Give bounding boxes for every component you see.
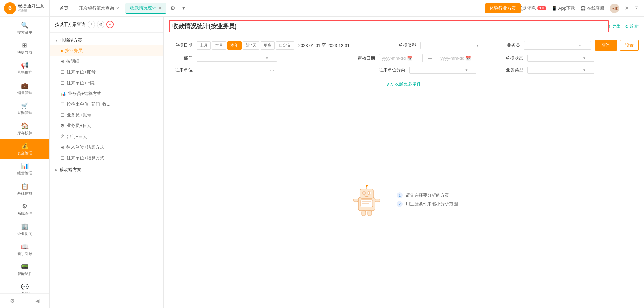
app-download-btn[interactable]: 📱 App下载 bbox=[552, 5, 575, 11]
dept-select[interactable]: ▼ bbox=[197, 55, 277, 62]
scheme-item-unit-account[interactable]: ☐ 往来单位+账号 bbox=[50, 67, 163, 78]
partner-more-btn[interactable]: ··· bbox=[270, 67, 274, 73]
scheme-item-dept-date[interactable]: ⏱ 部门+日期 bbox=[50, 131, 163, 142]
scheme-btn[interactable]: 体验行业方案 bbox=[485, 3, 521, 13]
unit-account-icon: ☐ bbox=[60, 69, 65, 75]
date-btn-thisyear[interactable]: 本年 bbox=[227, 41, 241, 50]
collapse-label: 收起更多条件 bbox=[395, 81, 421, 87]
collapse-up-icon: ∧∧ bbox=[387, 82, 393, 87]
sidebar-item-sales[interactable]: 💼 销售管理 bbox=[0, 79, 49, 99]
date-btn-more[interactable]: 更多 bbox=[261, 41, 275, 50]
sales-icon: 💼 bbox=[21, 82, 29, 89]
sidebar-item-wechat[interactable]: 💬 企业微信 bbox=[0, 280, 49, 293]
doc-status-select[interactable]: ▼ bbox=[527, 55, 594, 62]
scheme-item-detail[interactable]: ⊞ 按明细 bbox=[50, 56, 163, 67]
svg-point-5 bbox=[369, 192, 370, 194]
filter-settings-btn[interactable]: 设置 bbox=[620, 40, 639, 51]
sidebar-item-enterprise[interactable]: 🏢 企业协同 bbox=[0, 219, 49, 240]
scheme-item-detail-label: 按明细 bbox=[66, 58, 79, 64]
user-avatar[interactable]: Rit bbox=[610, 4, 619, 13]
date-btn-thismonth[interactable]: 本月 bbox=[212, 41, 226, 50]
sidebar-item-hardware[interactable]: 📟 智能硬件 bbox=[0, 260, 49, 280]
scheme-item-sp-date[interactable]: ⚙ 业务员+日期 bbox=[50, 120, 163, 131]
scheme-item-salesperson[interactable]: ● 按业务员 bbox=[50, 45, 163, 56]
partner-cat-label: 往来单位分类 bbox=[378, 67, 405, 73]
pc-group-header[interactable]: ▼ 电脑端方案 bbox=[50, 35, 163, 45]
hardware-icon: 📟 bbox=[21, 263, 29, 270]
dept-label: 部门 bbox=[169, 55, 193, 61]
partner-input[interactable]: ··· bbox=[197, 66, 277, 74]
hint-num-1: 1 bbox=[397, 192, 403, 198]
message-badge: 99+ bbox=[537, 6, 546, 10]
scheme-item-unit-settle1-label: 往来单位+结算方式 bbox=[66, 144, 104, 150]
date-btn-7days[interactable]: 近7天 bbox=[243, 41, 259, 50]
salesperson-input[interactable]: ··· bbox=[524, 41, 591, 50]
sidebar-item-inventory[interactable]: 🏠 库存核算 bbox=[0, 119, 49, 139]
window-maximize-btn[interactable]: ⊡ bbox=[634, 5, 639, 11]
refresh-icon: ↻ bbox=[625, 24, 629, 29]
sidebar-item-search[interactable]: 🔍 搜索菜单 bbox=[0, 18, 49, 38]
service-icon: 🎧 bbox=[580, 6, 586, 11]
salesperson-more-btn[interactable]: ··· bbox=[579, 43, 583, 48]
panel-settings-btn[interactable]: ⚙ bbox=[97, 21, 104, 28]
sidebar-label-system: 系统管理 bbox=[17, 211, 32, 216]
query-btn[interactable]: 查询 bbox=[595, 40, 617, 51]
page-header: 收款情况统计(按业务员) ↑ 导出 ↻ 刷新 bbox=[164, 17, 644, 36]
panel-collapse-btn[interactable]: « bbox=[106, 21, 114, 28]
finance-icon: 💰 bbox=[21, 142, 29, 150]
svg-rect-9 bbox=[375, 199, 380, 202]
scheme-item-unit-dept[interactable]: ☐ 按往来单位+部门+收... bbox=[50, 99, 163, 110]
tab-bank-close[interactable]: ✕ bbox=[116, 6, 119, 11]
svg-point-4 bbox=[363, 192, 365, 194]
date-range: 2023-01-01 至 2023-12-31 bbox=[298, 42, 350, 48]
sp-settlement-icon: 📊 bbox=[60, 91, 66, 96]
partner-cat-select[interactable]: ▼ bbox=[409, 67, 476, 74]
scheme-item-unit-date[interactable]: ☐ 往来单位+日期 bbox=[50, 78, 163, 88]
mobile-group-header[interactable]: ▶ 移动端方案 bbox=[50, 165, 163, 175]
scheme-item-sp-account[interactable]: ☐ 业务员+账号 bbox=[50, 110, 163, 120]
doc-type-select[interactable]: ▼ bbox=[420, 42, 487, 49]
sidebar-label-enterprise: 企业协同 bbox=[17, 231, 32, 236]
sidebar-item-purchase[interactable]: 🛒 采购管理 bbox=[0, 99, 49, 119]
tab-receipt-label: 收款情况统计 bbox=[130, 5, 156, 11]
sidebar-settings-btn[interactable]: ⚙ bbox=[7, 296, 17, 305]
sidebar-label-purchase: 采购管理 bbox=[17, 110, 32, 115]
review-date-from[interactable]: yyyy-mm-dd 📅 bbox=[379, 54, 423, 62]
sidebar-item-system[interactable]: ⚙ 系统管理 bbox=[0, 199, 49, 219]
online-service-btn[interactable]: 🎧 在线客服 bbox=[580, 5, 604, 11]
sidebar-item-operation[interactable]: 📊 经营管理 bbox=[0, 159, 49, 179]
scheme-item-unit-settle2[interactable]: ☐ 往来单位+结算方式 bbox=[50, 153, 163, 163]
sidebar-item-marketing[interactable]: 📢 营销推广 bbox=[0, 58, 49, 79]
scheme-item-sp-settlement-label: 业务员+结算方式 bbox=[68, 91, 101, 97]
sidebar-collapse-btn[interactable]: ◀ bbox=[33, 296, 42, 305]
tab-receipt[interactable]: 收款情况统计 ✕ bbox=[125, 3, 166, 14]
review-date-from-text: yyyy-mm-dd bbox=[382, 56, 406, 61]
tab-receipt-close[interactable]: ✕ bbox=[158, 6, 162, 10]
panel-add-btn[interactable]: + bbox=[88, 21, 95, 28]
sidebar-item-finance[interactable]: 💰 资金管理 bbox=[0, 139, 49, 159]
search-icon: 🔍 bbox=[21, 21, 29, 29]
partner-label: 往来单位 bbox=[169, 67, 193, 73]
window-close-btn[interactable]: ✕ bbox=[625, 5, 629, 11]
sidebar-item-quicknav[interactable]: ⊞ 快捷导航 bbox=[0, 38, 49, 58]
scheme-item-unit-account-label: 往来单位+账号 bbox=[67, 69, 96, 75]
tab-bank[interactable]: 现金银行流水查询 ✕ bbox=[74, 3, 124, 13]
svg-rect-1 bbox=[360, 189, 373, 198]
sidebar-item-guide[interactable]: 📖 新手引导 bbox=[0, 240, 49, 260]
topbar-dropdown-icon[interactable]: ▼ bbox=[182, 6, 186, 11]
collapse-btn[interactable]: ∧∧ 收起更多条件 bbox=[169, 78, 639, 90]
topbar-settings-icon[interactable]: ⚙ bbox=[170, 5, 175, 11]
biz-type-select[interactable]: ▼ bbox=[527, 67, 594, 74]
review-date-to[interactable]: yyyy-mm-dd 📅 bbox=[438, 54, 481, 62]
refresh-btn[interactable]: ↻ 刷新 bbox=[625, 23, 639, 29]
sidebar-item-basicinfo[interactable]: 📋 基础信息 bbox=[0, 179, 49, 199]
message-btn[interactable]: 💬 消息 99+ bbox=[521, 5, 546, 11]
scheme-item-unit-settle1[interactable]: ⊞ 往来单位+结算方式 bbox=[50, 142, 163, 153]
sidebar-label-sales: 销售管理 bbox=[17, 90, 32, 95]
tab-home[interactable]: 首页 bbox=[55, 3, 73, 13]
date-btn-lastmonth[interactable]: 上月 bbox=[197, 41, 211, 50]
scheme-item-sp-settlement[interactable]: 📊 业务员+结算方式 bbox=[50, 88, 163, 99]
sidebar-nav: 🔍 搜索菜单 ⊞ 快捷导航 📢 营销推广 💼 销售管理 🛒 采购管理 🏠 库存核… bbox=[0, 17, 49, 293]
date-btn-custom[interactable]: 自定义 bbox=[276, 41, 294, 50]
export-btn[interactable]: ↑ 导出 bbox=[609, 23, 621, 29]
